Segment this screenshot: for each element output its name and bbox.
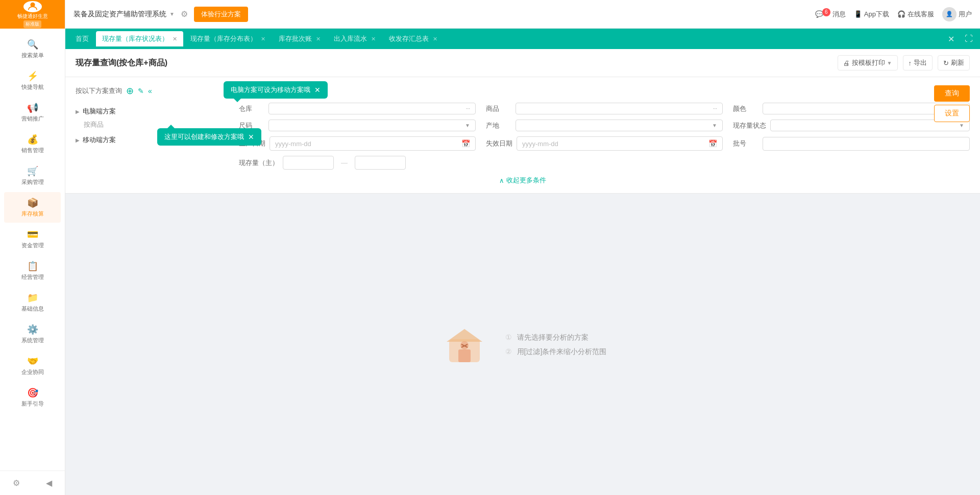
- empty-illustration: [439, 319, 490, 370]
- expiredate-placeholder: yyyy-mm-dd: [522, 140, 558, 148]
- warehouse-arrow: ···: [466, 106, 470, 111]
- user-label: 用户: [959, 10, 972, 19]
- tab-inventory-dist-close[interactable]: ✕: [261, 36, 265, 42]
- message-badge: 6: [822, 8, 830, 16]
- stock-separator: —: [341, 159, 348, 167]
- purchase-icon: 🛒: [27, 166, 38, 177]
- filter-grid-row1: 仓库 ··· 商品 ···: [239, 103, 970, 114]
- online-service-btn[interactable]: 🎧 在线客服: [897, 10, 934, 19]
- scheme-node-pc-label: 电脑端方案: [83, 107, 116, 116]
- warehouse-select[interactable]: ···: [268, 103, 476, 114]
- app-logo: 畅捷通好生意 标准版: [0, 0, 65, 29]
- reset-btn[interactable]: 设置: [934, 105, 970, 122]
- message-btn[interactable]: 💬 6 消息: [815, 10, 846, 19]
- sidebar-item-quicknav[interactable]: ⚡ 快捷导航: [4, 65, 61, 96]
- refresh-icon: ↻: [943, 59, 949, 67]
- tab-inventory-dist[interactable]: 现存量（库存分布表） ✕: [184, 31, 272, 46]
- quicknav-icon: ⚡: [27, 70, 38, 82]
- edit-scheme-btn[interactable]: ✎: [138, 87, 144, 95]
- scheme-arrows-btn[interactable]: «: [148, 87, 152, 95]
- print-arrow-icon: ▼: [887, 60, 892, 66]
- export-btn[interactable]: ↑ 导出: [903, 55, 933, 70]
- message-label: 消息: [832, 10, 846, 19]
- tab-fullscreen-btn[interactable]: ⛶: [962, 33, 976, 44]
- add-scheme-btn[interactable]: ⊕: [126, 85, 134, 97]
- header: 装备及固定资产辅助管理系统 ▼ ⚙ 体验行业方案 💬 6 消息 📱 App下载 …: [65, 0, 980, 29]
- system-selector[interactable]: 装备及固定资产辅助管理系统 ▼: [74, 10, 175, 19]
- filter-item-warehouse: 仓库 ···: [239, 103, 476, 114]
- scheme-node-mobile[interactable]: ▶ 移动端方案: [76, 133, 157, 147]
- system-name: 装备及固定资产辅助管理系统: [74, 10, 166, 19]
- proddate-calendar-icon: 📅: [461, 139, 470, 148]
- tab-batch-close[interactable]: ✕: [316, 36, 321, 42]
- stock-min-input[interactable]: [283, 156, 334, 170]
- stock-max-input[interactable]: [355, 156, 406, 170]
- origin-label: 产地: [486, 121, 511, 130]
- sidebar-item-label: 营销推广: [21, 115, 44, 123]
- tab-summary-close[interactable]: ✕: [433, 36, 437, 42]
- scheme-mobile-arrow: ▶: [76, 137, 80, 143]
- tabs-right: ✕ ⛶: [945, 33, 976, 45]
- settings-bottom-btn[interactable]: ⚙: [9, 476, 24, 490]
- sidebar-item-sales[interactable]: 💰 销售管理: [4, 129, 61, 159]
- batch-input[interactable]: [763, 137, 970, 151]
- tab-inventory-dist-label: 现存量（库存分布表）: [190, 34, 257, 43]
- search-btn[interactable]: 查询: [934, 85, 970, 102]
- sidebar-item-inventory[interactable]: 📦 库存核算: [4, 192, 61, 223]
- collapse-label: 收起更多条件: [506, 176, 546, 185]
- refresh-label: 刷新: [951, 58, 964, 67]
- header-settings-icon[interactable]: ⚙: [181, 9, 188, 19]
- sidebar-item-search[interactable]: 🔍 搜索菜单: [4, 34, 61, 64]
- expiredate-input[interactable]: yyyy-mm-dd 📅: [517, 136, 723, 151]
- sidebar-item-baseinfo[interactable]: 📁 基础信息: [4, 287, 61, 318]
- print-btn[interactable]: 🖨 按模板打印 ▼: [838, 55, 898, 70]
- scheme-node-pc[interactable]: ▶ 电脑端方案: [76, 105, 157, 118]
- empty-tip-2: ② 用[过滤]条件来缩小分析范围: [505, 344, 607, 359]
- size-select[interactable]: ▼: [268, 120, 476, 131]
- print-label: 按模板打印: [852, 58, 885, 67]
- tab-inventory-status-close[interactable]: ✕: [173, 36, 177, 42]
- tab-inout[interactable]: 出入库流水 ✕: [328, 31, 382, 46]
- stock-label: 现存量（主）: [239, 158, 279, 168]
- product-label: 商品: [486, 104, 511, 113]
- app-download-btn[interactable]: 📱 App下载: [854, 10, 889, 19]
- svg-marker-2: [447, 329, 482, 342]
- tab-close-all-btn[interactable]: ✕: [945, 33, 958, 45]
- filter-actions: 查询 设置: [934, 85, 970, 122]
- sidebar-item-finance[interactable]: 💳 资金管理: [4, 224, 61, 254]
- warehouse-label: 仓库: [239, 104, 264, 113]
- sidebar: 畅捷通好生意 标准版 🔍 搜索菜单 ⚡ 快捷导航 📢 营销推广 💰 销售管理 🛒…: [0, 0, 65, 495]
- tooltip-text-1: 电脑方案可设为移动方案哦: [231, 85, 310, 95]
- tab-batch[interactable]: 库存批次账 ✕: [273, 31, 327, 46]
- tab-inout-close[interactable]: ✕: [371, 36, 376, 42]
- sidebar-item-marketing[interactable]: 📢 营销推广: [4, 97, 61, 128]
- search-nav-icon: 🔍: [27, 39, 38, 50]
- page-title: 现存量查询(按仓库+商品): [76, 58, 167, 68]
- refresh-btn[interactable]: ↻ 刷新: [938, 55, 970, 70]
- tooltip-2-close[interactable]: ✕: [248, 133, 254, 141]
- sidebar-item-management[interactable]: 📋 经营管理: [4, 255, 61, 286]
- filter-grid-row2: 尺码 ▼ 产地 ▼: [239, 120, 970, 131]
- product-select[interactable]: ···: [516, 103, 723, 114]
- collapse-filter-btn[interactable]: ∧ 收起更多条件: [76, 176, 970, 185]
- tab-inventory-status[interactable]: 现存量（库存状况表） ✕: [96, 31, 183, 46]
- origin-select[interactable]: ▼: [516, 120, 723, 131]
- sidebar-item-collab[interactable]: 🤝 企业协同: [4, 350, 61, 381]
- sidebar-item-purchase[interactable]: 🛒 采购管理: [4, 160, 61, 191]
- proddate-input[interactable]: yyyy-mm-dd 📅: [270, 136, 476, 151]
- baseinfo-icon: 📁: [27, 292, 38, 303]
- industry-btn[interactable]: 体验行业方案: [194, 7, 248, 22]
- filter-item-origin: 产地 ▼: [486, 120, 723, 131]
- user-menu[interactable]: 👤 用户: [942, 7, 972, 21]
- collapse-sidebar-btn[interactable]: ◀: [42, 476, 56, 490]
- filter-item-batch: 批号: [733, 136, 970, 151]
- sidebar-item-guide[interactable]: 🎯 新手引导: [4, 382, 61, 413]
- tab-home[interactable]: 首页: [69, 31, 95, 46]
- tab-summary[interactable]: 收发存汇总表 ✕: [383, 31, 444, 46]
- sidebar-item-system[interactable]: ⚙️ 系统管理: [4, 319, 61, 349]
- service-icon: 🎧: [897, 10, 905, 18]
- tooltip-1-close[interactable]: ✕: [314, 86, 321, 94]
- scheme-node-product[interactable]: 按商品: [76, 118, 157, 131]
- stock-status-arrow: ▼: [959, 123, 964, 128]
- sidebar-item-label: 系统管理: [21, 337, 44, 344]
